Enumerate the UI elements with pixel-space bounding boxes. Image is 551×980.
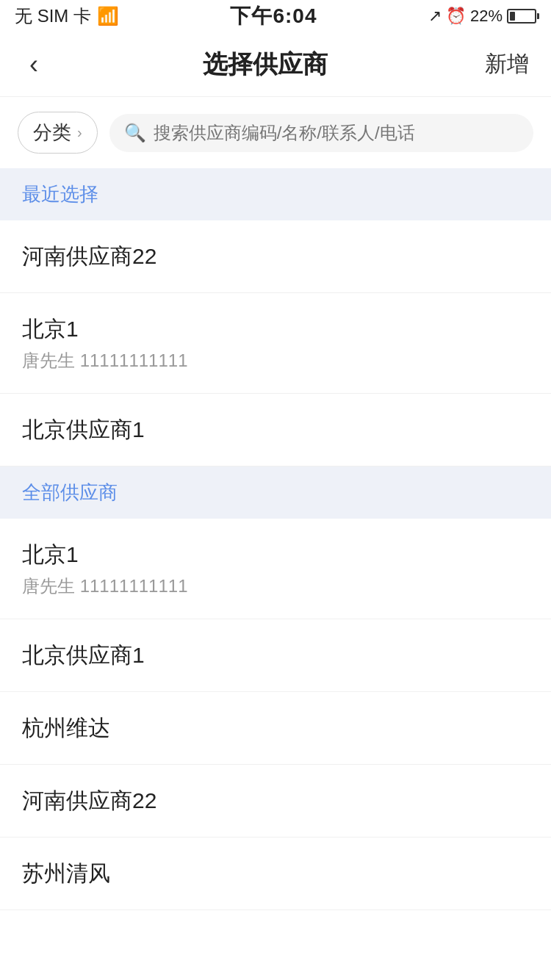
- search-input[interactable]: [154, 123, 519, 143]
- category-label: 分类: [33, 120, 71, 145]
- item-name: 河南供应商22: [22, 241, 529, 272]
- item-sub: 唐先生 11111111111: [22, 574, 529, 598]
- battery-icon: [507, 9, 536, 24]
- list-item[interactable]: 北京1 唐先生 11111111111: [0, 519, 551, 619]
- item-name: 北京供应商1: [22, 640, 529, 671]
- item-name: 杭州维达: [22, 713, 529, 743]
- recent-section-label: 最近选择: [22, 183, 98, 205]
- status-left: 无 SIM 卡 📶: [15, 4, 119, 28]
- add-button[interactable]: 新增: [485, 49, 529, 79]
- item-sub: 唐先生 11111111111: [22, 349, 529, 372]
- search-input-wrap[interactable]: 🔍: [109, 114, 533, 152]
- wifi-icon: 📶: [97, 6, 119, 26]
- search-icon: 🔍: [124, 123, 146, 143]
- no-sim-label: 无 SIM 卡: [15, 4, 91, 28]
- location-icon: ↗: [428, 7, 442, 26]
- search-bar: 分类 › 🔍: [0, 97, 551, 168]
- status-right: ↗ ⏰ 22%: [428, 7, 536, 26]
- page-title: 选择供应商: [203, 48, 328, 82]
- status-time: 下午6:04: [230, 2, 317, 30]
- nav-bar: ‹ 选择供应商 新增: [0, 32, 551, 97]
- all-items-list: 北京1 唐先生 11111111111 北京供应商1 杭州维达 河南供应商22 …: [0, 519, 551, 910]
- all-section-header: 全部供应商: [0, 466, 551, 519]
- chevron-right-icon: ›: [77, 124, 82, 141]
- list-item[interactable]: 北京1 唐先生 11111111111: [0, 293, 551, 394]
- recent-section-header: 最近选择: [0, 168, 551, 220]
- back-button[interactable]: ‹: [22, 42, 46, 87]
- category-filter-button[interactable]: 分类 ›: [18, 112, 98, 154]
- item-name: 北京1: [22, 314, 529, 345]
- list-item[interactable]: 杭州维达: [0, 692, 551, 765]
- list-item[interactable]: 北京供应商1: [0, 394, 551, 466]
- list-item[interactable]: 河南供应商22: [0, 220, 551, 293]
- list-item[interactable]: 苏州清风: [0, 837, 551, 910]
- status-bar: 无 SIM 卡 📶 下午6:04 ↗ ⏰ 22%: [0, 0, 551, 32]
- alarm-icon: ⏰: [446, 7, 466, 26]
- item-name: 北京供应商1: [22, 414, 529, 445]
- list-item[interactable]: 北京供应商1: [0, 619, 551, 692]
- item-name: 苏州清风: [22, 858, 529, 889]
- item-name: 北京1: [22, 539, 529, 570]
- battery-percent: 22%: [470, 7, 503, 26]
- list-item[interactable]: 河南供应商22: [0, 765, 551, 837]
- all-section-label: 全部供应商: [22, 481, 118, 503]
- recent-items-list: 河南供应商22 北京1 唐先生 11111111111 北京供应商1: [0, 220, 551, 466]
- item-name: 河南供应商22: [22, 785, 529, 816]
